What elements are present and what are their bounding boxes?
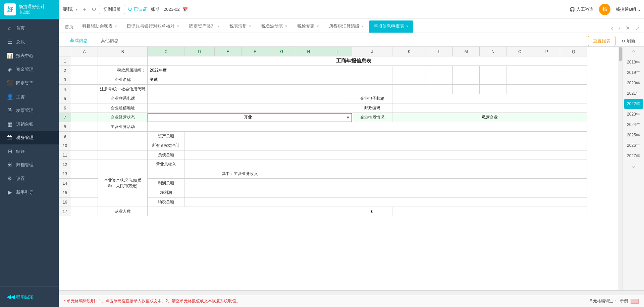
sidebar-item-purchase-sales[interactable]: ▦ 进销台账 [0, 117, 59, 131]
year-item-2024[interactable]: 2024年 [624, 120, 643, 130]
cell-9-c[interactable]: 资产总额 [148, 132, 184, 141]
cell-5-j[interactable]: 企业电子邮箱 [352, 94, 392, 103]
sidebar-item-archive[interactable]: 🗄 归档管理 [0, 158, 59, 172]
tab-close-tax-form[interactable]: × [249, 24, 251, 28]
cell-10-c[interactable]: 所有者权益合计 [148, 141, 184, 150]
cell-5-a[interactable] [71, 94, 98, 103]
cell-2-n[interactable] [480, 66, 506, 75]
tab-prev-button[interactable]: ‹ [609, 24, 615, 33]
cell-4-q[interactable] [560, 85, 587, 94]
sidebar-item-payroll[interactable]: 👤 工资 [0, 90, 59, 104]
cell-1-q[interactable] [560, 56, 587, 66]
cell-6-a[interactable] [71, 103, 98, 113]
cell-7-k[interactable]: 私营企业 [392, 113, 587, 122]
cell-2-q[interactable] [560, 66, 587, 75]
tab-close-journal-bank[interactable]: × [177, 24, 179, 28]
cell-3-p[interactable] [533, 75, 560, 85]
sidebar-item-ledger[interactable]: ☰ 总账 [0, 35, 59, 49]
cell-10-b[interactable] [98, 141, 148, 150]
sidebar-item-funds[interactable]: ◈ 资金管理 [0, 62, 59, 76]
vertical-scrollbar[interactable] [618, 47, 623, 290]
tab-aux-balance[interactable]: 科目辅助余额表 × [77, 20, 121, 33]
sidebar-item-reports[interactable]: 📊 报表中心 [0, 49, 59, 62]
cell-15-d[interactable] [184, 188, 587, 198]
cell-6-j[interactable]: 邮政编码 [352, 103, 392, 113]
cell-4-k[interactable] [392, 85, 426, 94]
cell-3-m[interactable] [453, 75, 480, 85]
cell-9-b[interactable] [98, 132, 148, 141]
topbar-settings-icon[interactable]: ⚙ [92, 6, 96, 12]
cell-14-c[interactable]: 利润总额 [148, 179, 184, 188]
tab-expand-button[interactable]: ⤢ [633, 24, 641, 32]
cell-12-c[interactable]: 营业总收入 [148, 160, 184, 169]
cell-15-c[interactable]: 净利润 [148, 188, 184, 198]
cell-3-a[interactable] [71, 75, 98, 85]
tab-close-tax-check[interactable]: × [317, 24, 319, 28]
cell-11-a[interactable] [71, 150, 98, 160]
tab-tax-check[interactable]: 税检专家 × [292, 20, 323, 33]
cell-4-o[interactable] [506, 85, 533, 94]
tab-home[interactable]: 首页 [61, 21, 77, 33]
cell-4-p[interactable] [533, 85, 560, 94]
cell-7-a[interactable] [71, 113, 98, 122]
topbar-add-button[interactable]: ＋ [80, 5, 89, 13]
cell-4-m[interactable] [453, 85, 480, 94]
year-item-2021[interactable]: 2021年 [624, 89, 643, 98]
cell-4-n[interactable] [480, 85, 506, 94]
cell-16-c[interactable]: 纳税总额 [148, 198, 184, 207]
year-item-2022[interactable]: 2022年 [624, 99, 643, 109]
cell-10-a[interactable] [71, 141, 98, 150]
sidebar-item-guide[interactable]: ▶ 新手引导 [0, 185, 59, 199]
cell-8-a[interactable] [71, 122, 98, 132]
cell-1-title[interactable]: 工商年报信息表 [148, 56, 560, 66]
cell-6-k[interactable] [392, 103, 587, 113]
topbar-calendar-icon[interactable]: 📅 [182, 7, 188, 12]
cell-17-j[interactable]: 0 [352, 207, 392, 216]
year-item-2023[interactable]: 2023年 [624, 109, 643, 119]
tab-next-button[interactable]: › [616, 24, 622, 33]
tab-annual-report[interactable]: 年报信息申报表 × [369, 20, 413, 33]
cell-2-c[interactable]: 2022年度 [148, 66, 352, 75]
cell-13-d[interactable]: 其中：主营业务收入 [184, 169, 295, 179]
cell-14-d[interactable] [184, 179, 587, 188]
tab-close-annual-report[interactable]: × [406, 24, 408, 28]
cell-3-c[interactable]: 测试 [148, 75, 352, 85]
sidebar-item-fixed-assets[interactable]: ⬛ 固定资产 [0, 76, 59, 90]
cell-17-c[interactable] [148, 207, 352, 216]
horizontal-scrollbar[interactable] [59, 290, 644, 295]
year-item-2025[interactable]: 2025年 [624, 130, 643, 140]
cell-3-k[interactable] [392, 75, 426, 85]
year-item-2020[interactable]: 2020年 [624, 78, 643, 88]
cell-8-b[interactable]: 主营业务活动 [98, 122, 148, 132]
tab-close-tax-change[interactable]: × [285, 24, 287, 28]
cell-2-k[interactable] [392, 66, 426, 75]
tab-journal-bank[interactable]: 日记账与银行对账单核对 × [122, 20, 183, 33]
cell-11-c[interactable]: 负债总额 [148, 150, 184, 160]
cell-7-b[interactable]: 企业经营状态 [98, 113, 148, 122]
sidebar-item-settings[interactable]: ⚙ 设置 [0, 172, 59, 185]
tab-fixed-assets-cat[interactable]: 固定资产类别 × [184, 20, 224, 33]
scroll-thumb[interactable] [619, 47, 622, 61]
cell-4-a[interactable] [71, 85, 98, 94]
cell-3-o[interactable] [506, 75, 533, 85]
cell-2-p[interactable] [533, 66, 560, 75]
year-up-button[interactable]: ⌃ [630, 48, 637, 57]
cell-2-m[interactable] [453, 66, 480, 75]
year-down-button[interactable]: ⌄ [630, 161, 637, 170]
year-item-2019[interactable]: 2019年 [624, 68, 643, 78]
cell-11-d[interactable] [184, 150, 587, 160]
cell-3-b[interactable]: 企业名称 [98, 75, 148, 85]
cell-2-o[interactable] [506, 66, 533, 75]
cell-17-k[interactable] [392, 207, 587, 216]
cell-16-d[interactable] [184, 198, 587, 207]
cell-2-j[interactable] [352, 66, 392, 75]
tab-tax-form[interactable]: 税表清册 × [225, 20, 256, 33]
year-item-2018[interactable]: 2018年 [624, 57, 643, 67]
cell-10-d[interactable] [184, 141, 587, 150]
cell-15-a[interactable] [71, 188, 98, 198]
cell-12-a[interactable] [71, 160, 98, 169]
cell-1-a[interactable] [71, 56, 98, 66]
sidebar-item-tax[interactable]: 🏛 税务管理 [0, 131, 59, 144]
cell-6-c[interactable] [148, 103, 352, 113]
sidebar-item-home[interactable]: ⌂ 首页 [0, 21, 59, 35]
